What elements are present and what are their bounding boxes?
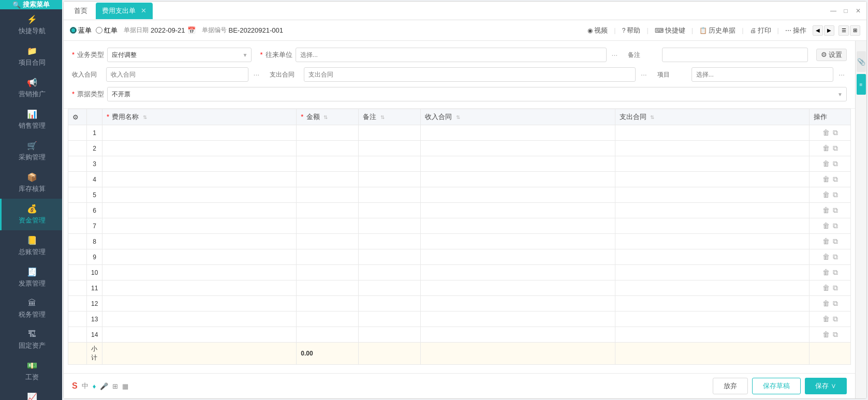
- col-expense-contract-6[interactable]: [615, 203, 809, 218]
- sidebar-item-salary[interactable]: 💵 工资: [0, 355, 62, 387]
- sidebar-item-tax[interactable]: 🏛 税务管理: [0, 293, 62, 324]
- close-button[interactable]: ✕: [854, 7, 862, 15]
- table-icon[interactable]: ⊞: [112, 382, 118, 390]
- col-expense-name-9[interactable]: [102, 249, 297, 265]
- help-btn[interactable]: ? 帮助: [620, 25, 643, 36]
- col-amount-10[interactable]: [297, 265, 359, 280]
- invoice-type-select[interactable]: 不开票 增值税普票 增值税专票: [107, 87, 847, 101]
- col-expense-name-11[interactable]: [102, 280, 297, 296]
- calendar-icon[interactable]: 📅: [187, 26, 196, 34]
- copy-icon-2[interactable]: ⧉: [833, 144, 838, 153]
- save-button[interactable]: 保存 ∨: [805, 378, 847, 394]
- copy-icon-5[interactable]: ⧉: [833, 190, 838, 199]
- copy-icon-10[interactable]: ⧉: [833, 268, 838, 277]
- col-income-contract-3[interactable]: [421, 156, 615, 172]
- col-expense-name-2[interactable]: [102, 141, 297, 156]
- col-amount-11[interactable]: [297, 280, 359, 296]
- sidebar-header[interactable]: 🔍 搜索菜单: [0, 0, 62, 9]
- col-notes-5[interactable]: [359, 187, 421, 203]
- delete-icon-13[interactable]: 🗑: [822, 315, 830, 323]
- tab-close-icon[interactable]: ✕: [141, 7, 146, 14]
- col-income-contract-6[interactable]: [421, 203, 615, 218]
- col-notes-12[interactable]: [359, 296, 421, 312]
- sidebar-item-sales[interactable]: 📊 销售管理: [0, 104, 62, 136]
- sidebar-item-invoice[interactable]: 🧾 发票管理: [0, 262, 62, 293]
- partner-input[interactable]: [296, 48, 607, 62]
- income-contract-input[interactable]: [106, 67, 248, 82]
- expense-contract-input[interactable]: [304, 67, 636, 82]
- col-expense-name-4[interactable]: [102, 172, 297, 187]
- col-expense-contract-3[interactable]: [615, 156, 809, 172]
- copy-icon-8[interactable]: ⧉: [833, 237, 838, 246]
- business-type-select[interactable]: 应付调整 应收调整 其他: [107, 48, 252, 62]
- save-draft-button[interactable]: 保存草稿: [752, 378, 801, 394]
- col-amount-12[interactable]: [297, 296, 359, 312]
- copy-icon-4[interactable]: ⧉: [833, 175, 838, 184]
- col-amount-7[interactable]: [297, 218, 359, 234]
- sidebar-item-operations[interactable]: 📈 经营管理: [0, 387, 62, 400]
- th-expense-name[interactable]: * 费用名称 ⇅: [102, 109, 297, 125]
- sidebar-item-fixed-assets[interactable]: 🏗 固定资产: [0, 324, 62, 355]
- col-expense-contract-13[interactable]: [615, 312, 809, 327]
- tab-home[interactable]: 首页: [68, 3, 94, 19]
- delete-icon-8[interactable]: 🗑: [822, 237, 830, 246]
- col-notes-3[interactable]: [359, 156, 421, 172]
- col-income-contract-8[interactable]: [421, 234, 615, 249]
- col-notes-2[interactable]: [359, 141, 421, 156]
- delete-icon-11[interactable]: 🗑: [822, 284, 830, 292]
- col-income-contract-1[interactable]: [421, 125, 615, 141]
- delete-icon-1[interactable]: 🗑: [822, 128, 830, 137]
- copy-icon-7[interactable]: ⧉: [833, 221, 838, 230]
- delete-icon-12[interactable]: 🗑: [822, 299, 830, 308]
- shortcut-btn[interactable]: ⌨ 快捷键: [653, 25, 687, 36]
- col-amount-4[interactable]: [297, 172, 359, 187]
- th-amount[interactable]: * 金额 ⇅: [297, 109, 359, 125]
- col-amount-14[interactable]: [297, 327, 359, 343]
- col-expense-name-8[interactable]: [102, 234, 297, 249]
- sidebar-item-quick-nav[interactable]: ⚡ 快捷导航: [0, 9, 62, 41]
- sort-income-icon[interactable]: ⇅: [456, 114, 460, 120]
- delete-icon-4[interactable]: 🗑: [822, 175, 830, 184]
- copy-icon-12[interactable]: ⧉: [833, 299, 838, 308]
- col-amount-9[interactable]: [297, 249, 359, 265]
- sidebar-item-accounting[interactable]: 📒 总账管理: [0, 230, 62, 262]
- operations-btn[interactable]: ⋯ 操作: [783, 25, 808, 36]
- col-notes-14[interactable]: [359, 327, 421, 343]
- th-notes[interactable]: 备注 ⇅: [359, 109, 421, 125]
- col-expense-name-7[interactable]: [102, 218, 297, 234]
- sort-amount-icon[interactable]: ⇅: [323, 114, 328, 120]
- history-btn[interactable]: 📋 历史单据: [697, 25, 738, 36]
- col-expense-name-10[interactable]: [102, 265, 297, 280]
- col-expense-contract-14[interactable]: [615, 327, 809, 343]
- radio-red-label[interactable]: 红单: [96, 26, 117, 35]
- col-notes-7[interactable]: [359, 218, 421, 234]
- copy-icon-6[interactable]: ⧉: [833, 206, 838, 215]
- col-amount-3[interactable]: [297, 156, 359, 172]
- radio-blue-input[interactable]: [70, 27, 77, 34]
- delete-icon-10[interactable]: 🗑: [822, 268, 830, 277]
- col-notes-4[interactable]: [359, 172, 421, 187]
- maximize-button[interactable]: □: [842, 7, 850, 15]
- col-income-contract-13[interactable]: [421, 312, 615, 327]
- th-settings[interactable]: ⚙: [68, 109, 87, 125]
- discard-button[interactable]: 放弃: [713, 378, 748, 394]
- col-amount-13[interactable]: [297, 312, 359, 327]
- sidebar-item-inventory[interactable]: 📦 库存核算: [0, 167, 62, 199]
- col-expense-name-13[interactable]: [102, 312, 297, 327]
- diamond-icon[interactable]: ♦: [93, 382, 96, 390]
- print-btn[interactable]: 🖨 打印: [748, 25, 773, 36]
- col-amount-1[interactable]: [297, 125, 359, 141]
- settings-btn[interactable]: ⚙ 设置: [816, 49, 847, 61]
- project-input[interactable]: [692, 67, 834, 82]
- sort-expense-contract-icon[interactable]: ⇅: [650, 114, 654, 120]
- copy-icon-3[interactable]: ⧉: [833, 159, 838, 168]
- col-expense-contract-9[interactable]: [615, 249, 809, 265]
- col-notes-8[interactable]: [359, 234, 421, 249]
- sidebar-item-project-contract[interactable]: 📁 项目合同: [0, 41, 62, 72]
- col-income-contract-2[interactable]: [421, 141, 615, 156]
- copy-icon-14[interactable]: ⧉: [833, 330, 838, 339]
- expense-contract-dots[interactable]: ···: [639, 70, 649, 79]
- right-panel-clip-icon[interactable]: 📎: [857, 51, 866, 72]
- col-notes-9[interactable]: [359, 249, 421, 265]
- minimize-button[interactable]: —: [829, 7, 837, 15]
